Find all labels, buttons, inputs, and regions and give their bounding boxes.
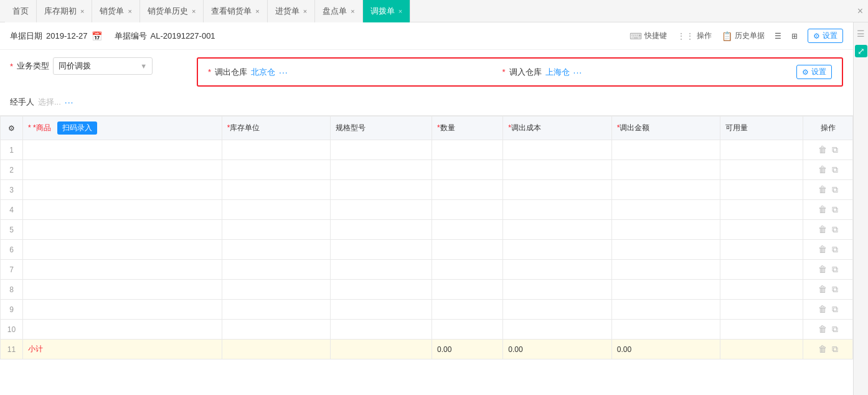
spec-cell[interactable] bbox=[331, 280, 432, 300]
spec-cell[interactable] bbox=[331, 220, 432, 240]
warehouse-out-value[interactable]: 北京仓 bbox=[251, 67, 275, 78]
delete-icon[interactable]: 🗑 bbox=[818, 284, 827, 295]
window-close-button[interactable]: × bbox=[857, 6, 863, 17]
delete-icon[interactable]: 🗑 bbox=[818, 244, 827, 255]
history-action[interactable]: 📋 历史单据 bbox=[722, 31, 765, 41]
cost-cell[interactable] bbox=[503, 140, 611, 160]
handler-select[interactable]: 选择... bbox=[38, 97, 61, 108]
calendar-icon[interactable]: 📅 bbox=[92, 31, 102, 41]
unit-cell[interactable] bbox=[222, 320, 330, 340]
unit-cell[interactable] bbox=[222, 260, 330, 280]
cost-cell[interactable] bbox=[503, 240, 611, 260]
unit-cell[interactable] bbox=[222, 160, 330, 180]
delete-icon[interactable]: 🗑 bbox=[818, 264, 827, 275]
delete-icon[interactable]: 🗑 bbox=[818, 324, 827, 335]
quantity-cell[interactable] bbox=[432, 260, 502, 280]
product-cell[interactable] bbox=[23, 140, 222, 160]
layout1-action[interactable]: ☰ bbox=[775, 32, 781, 40]
quantity-cell[interactable] bbox=[432, 280, 502, 300]
copy-icon[interactable]: ⧉ bbox=[832, 145, 838, 155]
copy-icon[interactable]: ⧉ bbox=[832, 184, 838, 195]
tab-inventory-init[interactable]: 库存期初 × bbox=[37, 0, 92, 22]
delete-icon[interactable]: 🗑 bbox=[818, 145, 827, 155]
quantity-cell[interactable] bbox=[432, 160, 502, 180]
unit-cell[interactable] bbox=[222, 220, 330, 240]
settings-button[interactable]: ⚙ 设置 bbox=[808, 29, 843, 43]
cost-cell[interactable] bbox=[503, 300, 611, 320]
delete-icon[interactable]: 🗑 bbox=[818, 164, 827, 175]
amount-cell[interactable] bbox=[611, 220, 720, 240]
spec-cell[interactable] bbox=[331, 140, 432, 160]
col-gear[interactable]: ⚙ bbox=[1, 117, 23, 140]
product-cell[interactable] bbox=[23, 320, 222, 340]
operations-action[interactable]: ⋮⋮ 操作 bbox=[677, 31, 712, 41]
cost-cell[interactable] bbox=[503, 160, 611, 180]
tab-sales-history-close[interactable]: × bbox=[192, 7, 196, 15]
cost-cell[interactable] bbox=[503, 200, 611, 220]
unit-cell[interactable] bbox=[222, 240, 330, 260]
amount-cell[interactable] bbox=[611, 320, 720, 340]
cost-cell[interactable] bbox=[503, 260, 611, 280]
unit-cell[interactable] bbox=[222, 140, 330, 160]
spec-cell[interactable] bbox=[331, 200, 432, 220]
layout2-action[interactable]: ⊞ bbox=[791, 32, 798, 40]
tab-inventory-init-close[interactable]: × bbox=[80, 7, 84, 15]
shortcut-action[interactable]: ⌨ 快捷键 bbox=[630, 31, 667, 41]
tab-stocktake[interactable]: 盘点单 × bbox=[315, 0, 362, 22]
quantity-cell[interactable] bbox=[432, 220, 502, 240]
delete-icon[interactable]: 🗑 bbox=[818, 304, 827, 315]
delete-icon[interactable]: 🗑 bbox=[818, 224, 827, 235]
doc-date-value[interactable]: 2019-12-27 bbox=[46, 31, 88, 40]
spec-cell[interactable] bbox=[331, 240, 432, 260]
delete-icon[interactable]: 🗑 bbox=[818, 184, 827, 195]
amount-cell[interactable] bbox=[611, 280, 720, 300]
business-type-select[interactable]: 同价调拨 ▼ bbox=[53, 57, 153, 75]
product-cell[interactable] bbox=[23, 280, 222, 300]
copy-icon[interactable]: ⧉ bbox=[832, 304, 838, 315]
warehouse-settings-button[interactable]: ⚙ 设置 bbox=[796, 65, 832, 79]
cost-cell[interactable] bbox=[503, 280, 611, 300]
handler-more-button[interactable]: ··· bbox=[65, 97, 74, 107]
tab-transfer[interactable]: 调拨单 × bbox=[363, 0, 410, 22]
copy-icon[interactable]: ⧉ bbox=[832, 344, 838, 355]
amount-cell[interactable] bbox=[611, 300, 720, 320]
tab-purchase-order-close[interactable]: × bbox=[303, 7, 307, 15]
quantity-cell[interactable] bbox=[432, 320, 502, 340]
copy-icon[interactable]: ⧉ bbox=[832, 284, 838, 295]
tab-view-sales-close[interactable]: × bbox=[255, 7, 259, 15]
tab-sales-order[interactable]: 销货单 × bbox=[92, 0, 139, 22]
quantity-cell[interactable] bbox=[432, 240, 502, 260]
delete-icon[interactable]: 🗑 bbox=[818, 344, 827, 355]
spec-cell[interactable] bbox=[331, 320, 432, 340]
cost-cell[interactable] bbox=[503, 220, 611, 240]
spec-cell[interactable] bbox=[331, 300, 432, 320]
cost-cell[interactable] bbox=[503, 320, 611, 340]
copy-icon[interactable]: ⧉ bbox=[832, 204, 838, 215]
product-cell[interactable] bbox=[23, 260, 222, 280]
copy-icon[interactable]: ⧉ bbox=[832, 224, 838, 235]
quantity-cell[interactable] bbox=[432, 200, 502, 220]
tab-sales-order-close[interactable]: × bbox=[128, 7, 131, 15]
amount-cell[interactable] bbox=[611, 260, 720, 280]
cost-cell[interactable] bbox=[503, 180, 611, 200]
tab-transfer-close[interactable]: × bbox=[399, 7, 402, 15]
unit-cell[interactable] bbox=[222, 280, 330, 300]
sidebar-expand-icon[interactable]: ⤢ bbox=[855, 45, 867, 57]
scan-button[interactable]: 扫码录入 bbox=[57, 121, 97, 135]
amount-cell[interactable] bbox=[611, 140, 720, 160]
product-cell[interactable] bbox=[23, 200, 222, 220]
unit-cell[interactable] bbox=[222, 200, 330, 220]
copy-icon[interactable]: ⧉ bbox=[832, 164, 838, 175]
spec-cell[interactable] bbox=[331, 160, 432, 180]
quantity-cell[interactable] bbox=[432, 140, 502, 160]
warehouse-out-more-button[interactable]: ··· bbox=[279, 67, 288, 77]
warehouse-in-value[interactable]: 上海仓 bbox=[545, 67, 570, 78]
product-cell[interactable] bbox=[23, 240, 222, 260]
copy-icon[interactable]: ⧉ bbox=[832, 324, 838, 335]
unit-cell[interactable] bbox=[222, 180, 330, 200]
tab-view-sales[interactable]: 查看销货单 × bbox=[204, 0, 267, 22]
quantity-cell[interactable] bbox=[432, 300, 502, 320]
copy-icon[interactable]: ⧉ bbox=[832, 264, 838, 275]
product-cell[interactable] bbox=[23, 220, 222, 240]
amount-cell[interactable] bbox=[611, 180, 720, 200]
